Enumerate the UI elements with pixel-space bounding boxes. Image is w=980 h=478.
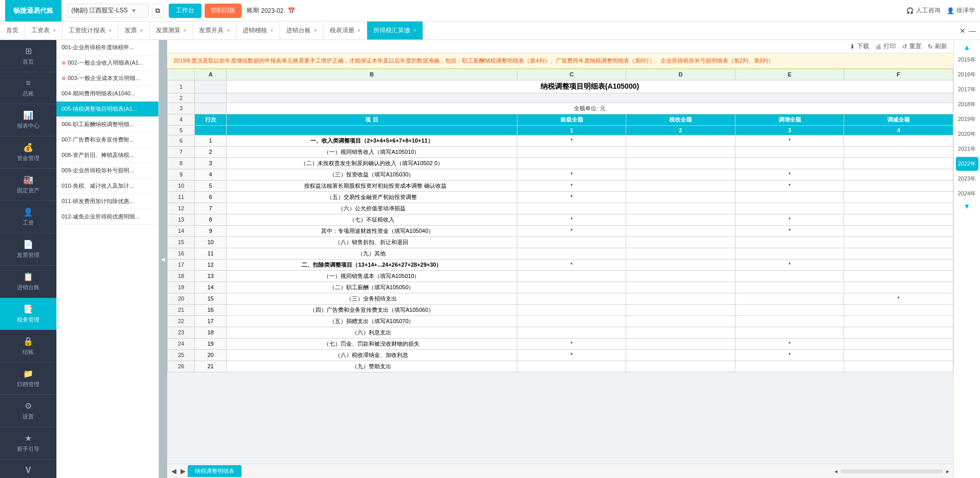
user-menu[interactable]: 👤 徐泽华 <box>947 6 975 15</box>
left-panel-item-002[interactable]: ⊗ 002-一般企业收入明细表(A1... <box>56 55 158 71</box>
tab-payroll-stat[interactable]: 工资统计报表 × <box>63 22 118 40</box>
year-item-2019[interactable]: 2019年 <box>956 112 978 126</box>
tax-icon: 📑 <box>23 304 33 314</box>
table-row: 15 10 （八）销售折扣、折让和退回 <box>168 236 953 248</box>
company-selector[interactable]: (物副) 江西股宝-LSS ▼ <box>67 4 149 18</box>
tab-tax-list[interactable]: 税表清册 × <box>324 22 367 40</box>
tab-income-tax[interactable]: 所得税汇算缴 × <box>367 22 423 40</box>
reset-button[interactable]: ↺ 重置 <box>902 42 922 51</box>
sidebar-item-assets[interactable]: 💰 资金管理 <box>0 136 56 169</box>
print-button[interactable]: 🖨 打印 <box>875 42 896 51</box>
scroll-right-icon[interactable]: ▸ <box>946 468 949 475</box>
tab-home[interactable]: 首页 <box>0 22 25 40</box>
year-item-2021[interactable]: 2021年 <box>956 142 978 156</box>
year-item-2018[interactable]: 2018年 <box>956 97 978 111</box>
tab-close-icon[interactable]: × <box>109 28 112 33</box>
left-panel-item-007[interactable]: 007-广告费和业务宣传费附... <box>56 132 158 148</box>
table-row: 11 6 （五）交易性金融资产初始投资调整 * <box>168 191 953 203</box>
tab-close-icon[interactable]: × <box>184 28 187 33</box>
table-row: 17 12 二、扣除类调整项目（13+14+...24+26+27+28+29+… <box>168 259 953 270</box>
sidebar-item-invoice[interactable]: 📄 发票管理 <box>0 233 56 266</box>
tab-invoice-calc[interactable]: 发票测算 × <box>150 22 193 40</box>
copy-button[interactable]: ⧉ <box>152 4 164 18</box>
service-button[interactable]: 🎧 人工咨询 <box>906 6 941 15</box>
table-row: 6 1 一、收入类调整项目（2+3+4+5+6+7+8+10+11） * * <box>168 135 953 146</box>
scroll-left-icon[interactable]: ◂ <box>834 468 837 475</box>
reports-icon: 📊 <box>23 110 33 120</box>
row-number: 7 <box>168 146 195 157</box>
sheet-scroll-area[interactable]: A B C D E F <box>167 69 953 464</box>
year-item-2023[interactable]: 2023年 <box>956 172 978 186</box>
tab-controls: ✕ — <box>955 27 980 35</box>
year-item-2024[interactable]: 2024年 <box>956 187 978 201</box>
sidebar-item-tax[interactable]: 📑 税务管理 <box>0 298 56 330</box>
left-panel-item-001[interactable]: 001-企业所得税年度纳税申... <box>56 40 158 55</box>
table-row: 23 18 （六）利息支出 <box>168 327 953 338</box>
calendar-icon[interactable]: 📅 <box>288 7 295 14</box>
tab-nav-prev[interactable]: ◀ <box>169 467 178 475</box>
col-header-blank <box>168 69 195 80</box>
row-number: 15 <box>168 236 195 248</box>
sidebar-item-member[interactable]: V 畅会员 <box>0 460 56 478</box>
col-sub-3: 3 <box>735 125 844 135</box>
workbench-button[interactable]: 工作台 <box>169 4 202 18</box>
sidebar-item-settings[interactable]: ⚙ 设置 <box>0 395 56 427</box>
year-nav-down[interactable]: ▼ <box>963 201 972 211</box>
refresh-button[interactable]: ↻ 刷新 <box>928 42 947 51</box>
tab-close-icon[interactable]: × <box>140 28 143 33</box>
row-number: 14 <box>168 225 195 236</box>
tab-invoice[interactable]: 发票 × <box>118 22 150 40</box>
left-panel-item-008[interactable]: 008-资产折旧、摊销及纳税... <box>56 148 158 163</box>
sidebar-item-ledger[interactable]: ≡ 总账 <box>0 72 56 104</box>
tab-nav-next[interactable]: ▶ <box>178 467 188 475</box>
horizontal-scrollbar[interactable] <box>841 469 943 473</box>
year-item-2017[interactable]: 2017年 <box>956 83 978 96</box>
sidebar-item-close[interactable]: 🔒 结账 <box>0 330 56 363</box>
minimize-button[interactable]: — <box>969 27 976 35</box>
year-item-2020[interactable]: 2020年 <box>956 127 978 141</box>
collapse-button[interactable]: ◀ <box>159 40 167 478</box>
tab-close-icon[interactable]: × <box>270 28 273 33</box>
table-row: 25 20 （八）税收滞纳金、加收利息 * * <box>168 349 953 361</box>
tab-purchase-check[interactable]: 进销稽核 × <box>236 22 280 40</box>
tab-close-icon[interactable]: × <box>53 28 56 33</box>
row-number: 18 <box>168 270 195 282</box>
sidebar-item-fixed[interactable]: 🏭 固定资产 <box>0 169 56 201</box>
row-number: 4 <box>168 114 195 125</box>
sidebar-item-home[interactable]: ⊞ 首页 <box>0 40 56 72</box>
sidebar-item-sales[interactable]: 📋 进销台账 <box>0 266 56 298</box>
left-panel-item-006[interactable]: 006-职工薪酬纳税调整明细... <box>56 117 158 132</box>
left-panel-item-004[interactable]: 004-期间费用明细表(A1040... <box>56 86 158 102</box>
left-panel-item-003[interactable]: ⊗ 003-一般企业成本支出明细... <box>56 71 158 86</box>
sidebar-item-payroll[interactable]: 👤 工资 <box>0 201 56 233</box>
table-row: 22 17 （五）捐赠支出（填写A105070） <box>168 315 953 327</box>
sidebar-item-archive[interactable]: 📁 归档管理 <box>0 363 56 395</box>
tab-close-icon[interactable]: × <box>357 28 361 33</box>
year-item-2015[interactable]: 2015年 <box>956 53 978 67</box>
left-panel-item-011[interactable]: 011-研发费用加计扣除优惠... <box>56 194 158 209</box>
tab-purchase-ledger[interactable]: 进销台账 × <box>280 22 324 40</box>
refresh-icon: ↻ <box>928 43 933 50</box>
table-row: 4 行次 项 目 账载全额 税收全额 调增全额 调减全额 <box>168 114 953 125</box>
sidebar-item-guide[interactable]: ★ 新手引导 <box>0 427 56 460</box>
user-icon: 👤 <box>947 7 954 14</box>
close-window-button[interactable]: ✕ <box>959 27 966 35</box>
tab-payroll[interactable]: 工资表 × <box>25 22 63 40</box>
tab-close-icon[interactable]: × <box>413 28 416 33</box>
bottom-tab-item[interactable]: 纳税调整明细表 <box>188 465 242 477</box>
tab-invoice-issue[interactable]: 发票开具 × <box>193 22 236 40</box>
download-button[interactable]: ⬇ 下载 <box>850 42 869 51</box>
col-label-rownum: 行次 <box>195 114 227 125</box>
left-panel-item-009[interactable]: 009-企业所得税弥补亏损明... <box>56 163 158 178</box>
year-nav-up[interactable]: ▲ <box>963 42 972 52</box>
old-version-button[interactable]: 切到旧版 <box>205 4 242 18</box>
year-item-2022[interactable]: 2022年 <box>956 157 978 171</box>
year-item-2016[interactable]: 2016年 <box>956 68 978 82</box>
left-panel-item-010[interactable]: 010-免税、减计收入及加计... <box>56 178 158 194</box>
tab-close-icon[interactable]: × <box>314 28 317 33</box>
left-panel-item-005[interactable]: 005-纳税调整项目明细表(A1... <box>56 102 158 117</box>
sidebar-item-reports[interactable]: 📊 报表中心 <box>0 104 56 136</box>
table-row: 12 7 （六）公允价值变动净损益 <box>168 203 953 214</box>
left-panel-item-012[interactable]: 012-减免企业所得税优惠明细... <box>56 209 158 225</box>
tab-close-icon[interactable]: × <box>227 28 230 33</box>
